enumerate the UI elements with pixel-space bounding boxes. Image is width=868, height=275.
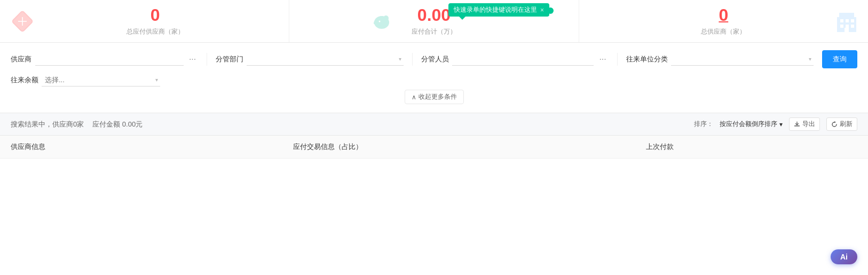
- sort-value: 按应付会额倒序排序: [720, 120, 777, 129]
- sort-label: 排序：: [694, 120, 713, 129]
- sort-select-btn[interactable]: 按应付会额倒序排序 ▾: [720, 120, 783, 129]
- svg-rect-16: [794, 125, 800, 127]
- balance-label: 往来余额: [11, 75, 38, 85]
- amount-text: 应付金额 0.00元: [92, 120, 143, 129]
- department-input[interactable]: [247, 53, 403, 65]
- stats-bar: 0 总应付供应商（家） 0.00 应付合计（万） 快速录单的快捷键说明在这里 ×: [0, 0, 868, 43]
- filter-section: 供应商 ··· 分管部门 ▾ 分管人员 ··· 往来单位分类 ▾: [0, 43, 868, 113]
- result-info: 搜索结果中，供应商0家 应付金额 0.00元: [11, 120, 143, 129]
- collapse-row: ∧ 收起更多条件: [11, 90, 857, 108]
- result-bar: 搜索结果中，供应商0家 应付金额 0.00元 排序： 按应付会额倒序排序 ▾ 导…: [0, 113, 868, 136]
- svg-rect-9: [840, 19, 843, 22]
- svg-rect-10: [846, 19, 849, 22]
- supplier-label: 供应商: [11, 54, 32, 64]
- ai-assistant-button[interactable]: Ai: [831, 249, 857, 264]
- collapse-button[interactable]: ∧ 收起更多条件: [405, 90, 464, 104]
- building-icon: [834, 9, 859, 34]
- balance-filter: 往来余额 ▾: [11, 74, 160, 87]
- table-header: 供应商信息 应付交易信息（占比） 上次付款: [0, 136, 868, 159]
- filter-row-2: 往来余额 ▾: [11, 74, 857, 87]
- search-result-text: 搜索结果中，供应商0家: [11, 120, 84, 129]
- balance-input[interactable]: [42, 74, 160, 86]
- stat-total-suppliers: 0 总供应商（家）: [579, 0, 868, 42]
- col-payment-header: 上次付款: [646, 142, 858, 152]
- divider-2: [412, 53, 413, 66]
- refresh-button[interactable]: 刷新: [826, 117, 857, 131]
- result-actions: 排序： 按应付会额倒序排序 ▾ 导出 刷新: [694, 117, 857, 131]
- svg-rect-15: [845, 28, 849, 32]
- supplier-dots-btn[interactable]: ···: [187, 54, 198, 64]
- refresh-icon: [831, 121, 838, 128]
- table-section: 供应商信息 应付交易信息（占比） 上次付款: [0, 136, 868, 275]
- person-label: 分管人员: [421, 54, 449, 64]
- department-select-wrapper: ▾: [247, 53, 403, 66]
- collapse-label: 收起更多条件: [419, 92, 457, 101]
- svg-point-5: [378, 20, 380, 22]
- shortcut-tooltip: 快速录单的快捷键说明在这里 ×: [448, 3, 549, 17]
- payable-suppliers-label: 总应付供应商（家）: [127, 27, 184, 36]
- col-transaction-header: 应付交易信息（占比）: [293, 142, 646, 152]
- refresh-label: 刷新: [840, 120, 853, 129]
- person-input[interactable]: [452, 53, 594, 66]
- person-dots-btn[interactable]: ···: [597, 54, 608, 64]
- sort-arrow-icon: ▾: [779, 121, 783, 128]
- total-suppliers-value: 0: [701, 6, 746, 25]
- collapse-icon: ∧: [412, 93, 416, 101]
- payable-suppliers-value: 0: [127, 6, 184, 25]
- payable-total-label: 应付合计（万）: [412, 27, 456, 36]
- tooltip-close-btn[interactable]: ×: [540, 6, 544, 14]
- svg-rect-14: [851, 25, 854, 28]
- department-filter: 分管部门 ▾: [216, 53, 403, 66]
- export-label: 导出: [802, 120, 815, 129]
- stat-payable-suppliers: 0 总应付供应商（家）: [0, 0, 289, 42]
- export-icon: [794, 121, 800, 128]
- supplier-input[interactable]: [35, 53, 184, 66]
- supplier-filter: 供应商 ···: [11, 53, 198, 66]
- query-button[interactable]: 查询: [822, 50, 857, 68]
- col-supplier-header: 供应商信息: [11, 142, 293, 152]
- category-input[interactable]: [671, 53, 814, 65]
- filter-row-1: 供应商 ··· 分管部门 ▾ 分管人员 ··· 往来单位分类 ▾: [11, 50, 857, 68]
- person-filter: 分管人员 ···: [421, 53, 609, 66]
- tooltip-text: 快速录单的快捷键说明在这里: [454, 5, 537, 14]
- export-button[interactable]: 导出: [789, 117, 820, 131]
- table-body: [0, 159, 868, 275]
- category-filter: 往来单位分类 ▾: [626, 53, 814, 66]
- svg-rect-13: [846, 25, 849, 28]
- total-suppliers-label: 总供应商（家）: [701, 27, 746, 36]
- balance-select-wrapper: ▾: [42, 74, 160, 87]
- svg-rect-11: [851, 19, 854, 22]
- divider-1: [207, 53, 207, 66]
- category-select-wrapper: ▾: [671, 53, 814, 66]
- svg-rect-12: [840, 25, 843, 28]
- svg-rect-8: [839, 13, 854, 18]
- category-label: 往来单位分类: [626, 54, 668, 64]
- piggy-icon: [370, 10, 393, 33]
- divider-3: [617, 53, 618, 66]
- svg-rect-6: [380, 16, 383, 18]
- department-label: 分管部门: [216, 54, 243, 64]
- stat-payable-total: 0.00 应付合计（万） 快速录单的快捷键说明在这里 ×: [289, 0, 579, 42]
- diamond-icon: [11, 10, 34, 33]
- svg-point-4: [383, 15, 389, 21]
